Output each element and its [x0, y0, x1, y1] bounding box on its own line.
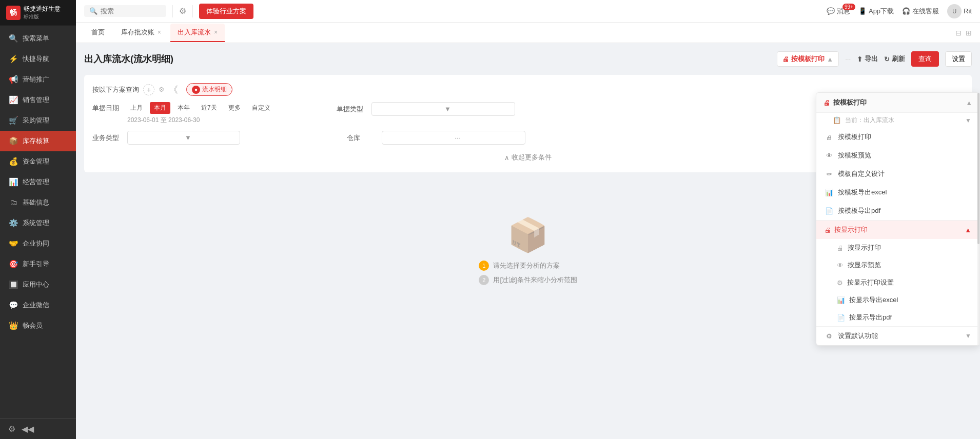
online-service[interactable]: 🎧 在线客服 — [902, 7, 939, 16]
type-select[interactable]: ▼ — [371, 102, 515, 116]
display-settings-item[interactable]: ⚙ 按显示打印设置 — [816, 274, 979, 291]
display-preview-item[interactable]: 👁 按显示预览 — [816, 256, 979, 274]
tab-home[interactable]: 首页 — [84, 24, 112, 42]
business-select[interactable]: ▼ — [127, 131, 240, 145]
sidebar-item-sales[interactable]: 📈 销售管理 — [0, 90, 76, 110]
sidebar-label-marketing: 营销推广 — [23, 75, 49, 84]
template-print-btn[interactable]: 🖨 按模板打印 ▲ — [777, 51, 839, 67]
display-settings-icon: ⚙ — [837, 279, 843, 287]
dropdown-header-label: 按模板打印 — [833, 98, 867, 107]
sidebar-item-system[interactable]: ⚙️ 系统管理 — [0, 213, 76, 233]
industry-btn[interactable]: 体验行业方案 — [199, 4, 253, 19]
dropdown-scrollbar[interactable] — [977, 93, 979, 345]
dropdown-template-print[interactable]: 🖨 按模板打印 — [816, 128, 979, 146]
search-input[interactable] — [101, 7, 152, 15]
tab-batch-close[interactable]: × — [158, 29, 161, 36]
sidebar-label-funds: 资金管理 — [23, 157, 49, 166]
dropdown-up-arrow[interactable]: ▲ — [966, 99, 972, 107]
dropdown-scrollbar-thumb — [977, 93, 979, 244]
app-download-label: App下载 — [869, 7, 894, 16]
dropdown-template-custom[interactable]: ✏ 模板自定义设计 — [816, 165, 979, 183]
date-range-display: 2023-06-01 至 2023-06-30 — [92, 116, 308, 125]
date-filter-col: 单据日期 上月 本月 本年 近7天 更多 自定义 2023-06-01 至 20… — [92, 102, 308, 125]
notifications[interactable]: 💬 消息 99+ — [827, 7, 850, 16]
sidebar-item-funds[interactable]: 💰 资金管理 — [0, 151, 76, 172]
sidebar-nav: 🔍 搜索菜单 ⚡ 快捷导航 📢 营销推广 📈 销售管理 🛒 采购管理 📦 库存核… — [0, 26, 76, 418]
printer-icon-header: 🖨 — [824, 99, 830, 107]
date-this-month[interactable]: 本月 — [150, 102, 170, 114]
template-excel-label: 按模板导出excel — [838, 188, 887, 197]
dropdown-default-section[interactable]: ⚙ 设置默认功能 ▼ — [816, 327, 979, 345]
sidebar-item-guide[interactable]: 🎯 新手引导 — [0, 254, 76, 274]
sidebar-item-corp-weixin[interactable]: 💬 企业微信 — [0, 295, 76, 315]
sidebar-item-operations[interactable]: 📊 经营管理 — [0, 172, 76, 192]
sidebar-label-member: 畅会员 — [23, 321, 43, 330]
search-box[interactable]: 🔍 — [84, 5, 166, 17]
filter-add-btn[interactable]: + — [143, 84, 154, 95]
topbar-right: 💬 消息 99+ 📱 App下载 🎧 在线客服 U Rit — [827, 4, 972, 18]
display-section-header[interactable]: 🖨 按显示打印 ▲ — [816, 221, 979, 239]
sidebar-item-inventory[interactable]: 📦 库存核算 — [0, 131, 76, 151]
sidebar-icon-inventory: 📦 — [8, 136, 18, 146]
expand-icon[interactable]: ⊞ — [966, 29, 972, 37]
step-num-2: 2 — [479, 275, 489, 285]
printer-icon: 🖨 — [782, 55, 789, 63]
display-print-item[interactable]: 🖨 按显示打印 — [816, 239, 979, 256]
filter-label: 按以下方案查询 — [92, 85, 139, 94]
display-excel-item[interactable]: 📊 按显示导出excel — [816, 291, 979, 309]
date-last-month[interactable]: 上月 — [126, 102, 147, 114]
date-7days[interactable]: 近7天 — [197, 102, 221, 114]
tab-flow[interactable]: 出入库流水 × — [170, 24, 225, 42]
settings-icon[interactable]: ⚙ — [8, 424, 15, 434]
display-excel-icon: 📊 — [837, 296, 845, 304]
sidebar-item-quick-nav[interactable]: ⚡ 快捷导航 — [0, 49, 76, 69]
dropdown-arrow: ▲ — [827, 55, 833, 63]
warehouse-select[interactable]: ··· — [382, 131, 525, 145]
user-avatar-area[interactable]: U Rit — [947, 4, 972, 18]
sidebar-label-sales: 销售管理 — [23, 95, 49, 105]
default-icon: ⚙ — [825, 331, 834, 341]
refresh-label: 刷新 — [892, 54, 905, 64]
current-expand-arrow[interactable]: ▼ — [965, 117, 971, 124]
topbar-settings-icon[interactable]: ⚙ — [179, 6, 186, 16]
tab-flow-close[interactable]: × — [214, 29, 218, 36]
export-btn[interactable]: ⬆ 导出 — [857, 54, 878, 64]
date-more[interactable]: 更多 — [224, 102, 245, 114]
business-arrow: ▼ — [185, 134, 234, 142]
sidebar-item-base[interactable]: 🗂 基础信息 — [0, 192, 76, 213]
filter-gear-icon[interactable]: ⚙ — [159, 86, 165, 93]
app-download[interactable]: 📱 App下载 — [858, 7, 894, 16]
export-label: 导出 — [865, 54, 878, 64]
business-label: 业务类型 — [92, 133, 123, 143]
sidebar-item-search[interactable]: 🔍 搜索菜单 — [0, 28, 76, 49]
tab-batch[interactable]: 库存批次账 × — [114, 24, 168, 42]
sidebar-item-purchase[interactable]: 🛒 采购管理 — [0, 110, 76, 131]
tab-flow-label: 出入库流水 — [178, 28, 211, 37]
display-pdf-label: 按显示导出pdf — [849, 313, 892, 322]
refresh-btn[interactable]: ↻ 刷新 — [884, 54, 905, 64]
sidebar-icon-marketing: 📢 — [8, 74, 18, 85]
dropdown-template-excel[interactable]: 📊 按模板导出excel — [816, 183, 979, 202]
query-btn[interactable]: 查询 — [911, 51, 939, 67]
tab-home-label: 首页 — [91, 28, 105, 37]
dropdown-template-pdf[interactable]: 📄 按模板导出pdf — [816, 202, 979, 220]
collapse-icon[interactable]: ◀◀ — [22, 424, 34, 434]
step1-text: 请先选择要分析的方案 — [493, 261, 560, 270]
display-preview-icon: 👁 — [837, 262, 844, 269]
dropdown-template-preview[interactable]: 👁 按模板预览 — [816, 146, 979, 165]
filter-collapse-icon[interactable]: 《 — [169, 84, 178, 96]
warehouse-more[interactable]: ··· — [455, 134, 520, 142]
date-this-year[interactable]: 本年 — [173, 102, 194, 114]
date-custom[interactable]: 自定义 — [248, 102, 275, 114]
settings-btn[interactable]: 设置 — [945, 51, 972, 67]
sidebar-logo: 畅 畅捷通好生意 标准版 — [0, 0, 76, 26]
display-print-label: 按显示打印 — [848, 243, 881, 252]
display-pdf-item[interactable]: 📄 按显示导出pdf — [816, 309, 979, 326]
sidebar-item-corp[interactable]: 🤝 企业协同 — [0, 233, 76, 254]
display-settings-label: 按显示打印设置 — [847, 278, 894, 287]
minimize-icon[interactable]: ⊟ — [955, 29, 962, 37]
filter-chip[interactable]: ● 流水明细 — [186, 83, 232, 96]
sidebar-item-marketing[interactable]: 📢 营销推广 — [0, 69, 76, 90]
sidebar-item-member[interactable]: 👑 畅会员 — [0, 315, 76, 336]
sidebar-item-app-center[interactable]: 🔲 应用中心 — [0, 274, 76, 295]
